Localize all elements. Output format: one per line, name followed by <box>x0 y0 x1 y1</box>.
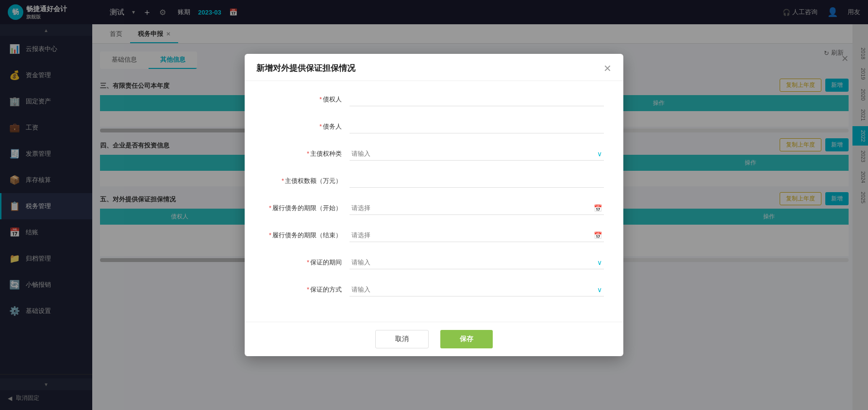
required-star: * <box>282 177 284 184</box>
required-star: * <box>307 150 309 157</box>
dialog-body: *债权人 *债务人 *主债权种类 ∨ <box>245 81 623 322</box>
dialog-footer: 取消 保存 <box>245 322 623 356</box>
required-star: * <box>319 96 322 103</box>
period-start-input[interactable] <box>350 201 604 215</box>
debtor-input[interactable] <box>350 120 604 133</box>
period-start-label: *履行债务的期限（开始） <box>264 204 342 213</box>
debt-type-label: *主债权种类 <box>264 149 342 158</box>
creditor-input[interactable] <box>350 93 604 106</box>
guarantee-period-wrap: ∨ <box>350 256 604 269</box>
debt-amount-input[interactable] <box>350 174 604 188</box>
form-row-period-start: *履行债务的期限（开始） 📅 <box>264 201 604 215</box>
dialog-close-button[interactable]: ✕ <box>603 64 612 73</box>
required-star: * <box>307 259 309 266</box>
form-row-guarantee-period: *保证的期间 ∨ <box>264 256 604 269</box>
required-star: * <box>307 286 309 293</box>
period-end-wrap: 📅 <box>350 229 604 242</box>
form-row-debtor: *债务人 <box>264 120 604 133</box>
required-star: * <box>269 231 271 239</box>
form-row-creditor: *债权人 <box>264 93 604 106</box>
debt-type-wrap: ∨ <box>350 147 604 161</box>
form-row-debt-type: *主债权种类 ∨ <box>264 147 604 161</box>
cancel-button[interactable]: 取消 <box>375 330 429 348</box>
form-row-debt-amount: *主债权数额（万元） <box>264 174 604 188</box>
guarantee-period-input[interactable] <box>350 256 604 269</box>
guarantee-period-label: *保证的期间 <box>264 258 342 267</box>
dialog: 新增对外提供保证担保情况 ✕ *债权人 *债务人 *主债权种类 <box>245 54 623 356</box>
guarantee-method-input[interactable] <box>350 283 604 296</box>
required-star: * <box>319 123 322 130</box>
form-row-guarantee-method: *保证的方式 ∨ <box>264 283 604 296</box>
period-end-calendar-icon[interactable]: 📅 <box>594 231 602 239</box>
debtor-label: *债务人 <box>264 122 342 131</box>
save-button[interactable]: 保存 <box>440 330 493 348</box>
period-start-wrap: 📅 <box>350 201 604 215</box>
dialog-header: 新增对外提供保证担保情况 ✕ <box>245 54 623 81</box>
dialog-overlay: 新增对外提供保证担保情况 ✕ *债权人 *债务人 *主债权种类 <box>0 0 868 410</box>
debt-amount-label: *主债权数额（万元） <box>264 177 342 185</box>
creditor-label: *债权人 <box>264 95 342 104</box>
guarantee-method-wrap: ∨ <box>350 283 604 296</box>
period-end-label: *履行债务的期限（结束） <box>264 231 342 240</box>
dialog-title: 新增对外提供保证担保情况 <box>256 63 355 74</box>
form-row-period-end: *履行债务的期限（结束） 📅 <box>264 229 604 242</box>
guarantee-method-label: *保证的方式 <box>264 285 342 294</box>
required-star: * <box>269 204 271 212</box>
period-end-input[interactable] <box>350 229 604 242</box>
period-start-calendar-icon[interactable]: 📅 <box>594 204 602 212</box>
debt-type-input[interactable] <box>350 147 604 161</box>
